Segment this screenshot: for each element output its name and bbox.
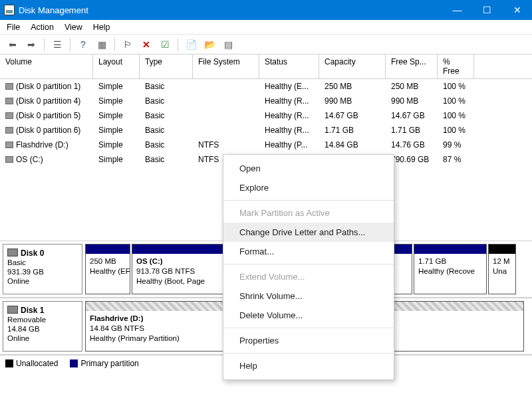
titlebar: Disk Management — ☐ ✕ — [0, 0, 532, 20]
partition-stripe — [489, 245, 515, 254]
disk0-type: Basic — [7, 258, 26, 266]
col-type[interactable]: Type — [140, 54, 193, 78]
context-menu-item[interactable]: Help — [223, 356, 394, 375]
disk1-name: Disk 1 — [21, 306, 44, 315]
volume-icon — [5, 98, 13, 104]
disk0-label[interactable]: Disk 0 Basic 931.39 GB Online — [3, 244, 82, 294]
menu-action[interactable]: Action — [31, 23, 54, 32]
context-menu-item[interactable]: Properties — [223, 331, 394, 350]
partition[interactable]: OS (C:)913.78 GB NTFSHealthy (Boot, Page — [132, 244, 225, 294]
volume-icon — [5, 83, 13, 90]
context-menu-item[interactable]: Explore — [223, 178, 394, 197]
volume-icon — [5, 156, 13, 163]
toolbar-icon-4[interactable]: 📄 — [184, 37, 198, 52]
volume-row[interactable]: (Disk 0 partition 1)SimpleBasicHealthy (… — [0, 79, 532, 94]
menu-view[interactable]: View — [65, 23, 82, 32]
volume-row[interactable]: Flashdrive (D:)SimpleBasicNTFSHealthy (P… — [0, 138, 532, 152]
forward-button[interactable]: ➡ — [24, 37, 39, 52]
check-icon[interactable]: ☑ — [158, 37, 172, 52]
disk0-status: Online — [7, 277, 29, 285]
col-spacer — [474, 54, 532, 78]
context-menu-item[interactable]: Shrink Volume... — [223, 286, 394, 306]
menu-help[interactable]: Help — [93, 23, 110, 32]
legend-primary: Primary partition — [70, 359, 138, 368]
menu-file[interactable]: File — [7, 23, 20, 32]
maximize-button[interactable]: ☐ — [472, 0, 502, 20]
volume-icon — [5, 112, 13, 119]
toolbar-icon-6[interactable]: ▤ — [221, 37, 235, 52]
partition-stripe — [86, 245, 130, 254]
disk0-name: Disk 0 — [21, 249, 44, 258]
context-menu: OpenExploreMark Partition as ActiveChang… — [223, 154, 394, 380]
col-pctfree[interactable]: % Free — [438, 54, 474, 78]
minimize-button[interactable]: — — [442, 0, 472, 20]
col-capacity[interactable]: Capacity — [319, 54, 386, 78]
toolbar-icon-3[interactable]: 🏳 — [120, 37, 135, 52]
context-menu-item[interactable]: Change Drive Letter and Paths... — [223, 223, 394, 242]
legend-unallocated: Unallocated — [5, 359, 58, 368]
volume-row[interactable]: (Disk 0 partition 4)SimpleBasicHealthy (… — [0, 94, 532, 108]
window-buttons: — ☐ ✕ — [442, 0, 532, 20]
back-button[interactable]: ⬅ — [5, 37, 20, 52]
partition[interactable]: 1.71 GBHealthy (Recove — [414, 244, 487, 294]
col-layout[interactable]: Layout — [93, 54, 140, 78]
volume-list-header: Volume Layout Type File System Status Ca… — [0, 54, 532, 79]
volume-row[interactable]: (Disk 0 partition 5)SimpleBasicHealthy (… — [0, 108, 532, 123]
partition[interactable]: 250 MBHealthy (EF — [85, 244, 130, 294]
col-status[interactable]: Status — [259, 54, 319, 78]
toolbar-icon-2[interactable]: ▦ — [94, 37, 109, 52]
partition[interactable]: 12 MUna — [488, 244, 516, 294]
delete-icon[interactable]: ✕ — [139, 37, 154, 52]
volume-row[interactable]: (Disk 0 partition 6)SimpleBasicHealthy (… — [0, 123, 532, 138]
disk1-type: Removable — [7, 316, 46, 324]
toolbar: ⬅ ➡ ☰ ? ▦ 🏳 ✕ ☑ 📄 📂 ▤ — [0, 35, 532, 54]
col-freespace[interactable]: Free Sp... — [386, 54, 438, 78]
partition-stripe — [414, 245, 486, 254]
close-button[interactable]: ✕ — [502, 0, 532, 20]
app-icon — [4, 5, 15, 15]
disk0-size: 931.39 GB — [7, 268, 44, 276]
col-volume[interactable]: Volume — [0, 54, 93, 78]
toolbar-icon-1[interactable]: ☰ — [50, 37, 65, 52]
disk1-status: Online — [7, 334, 29, 342]
disk-icon — [7, 306, 18, 314]
volume-icon — [5, 127, 13, 134]
toolbar-icon-5[interactable]: 📂 — [202, 37, 217, 52]
window-title: Disk Management — [19, 5, 442, 15]
context-menu-item[interactable]: Delete Volume... — [223, 306, 394, 325]
disk1-label[interactable]: Disk 1 Removable 14.84 GB Online — [3, 301, 82, 352]
context-menu-item[interactable]: Format... — [223, 242, 394, 261]
volume-icon — [5, 142, 13, 148]
context-menu-item[interactable]: Open — [223, 159, 394, 178]
help-icon[interactable]: ? — [76, 37, 90, 52]
menubar: File Action View Help — [0, 20, 532, 35]
context-menu-item: Extend Volume... — [223, 267, 394, 286]
col-filesystem[interactable]: File System — [193, 54, 259, 78]
context-menu-item: Mark Partition as Active — [223, 203, 394, 223]
disk-icon — [7, 249, 18, 256]
disk1-size: 14.84 GB — [7, 325, 40, 333]
partition-stripe — [132, 245, 224, 254]
